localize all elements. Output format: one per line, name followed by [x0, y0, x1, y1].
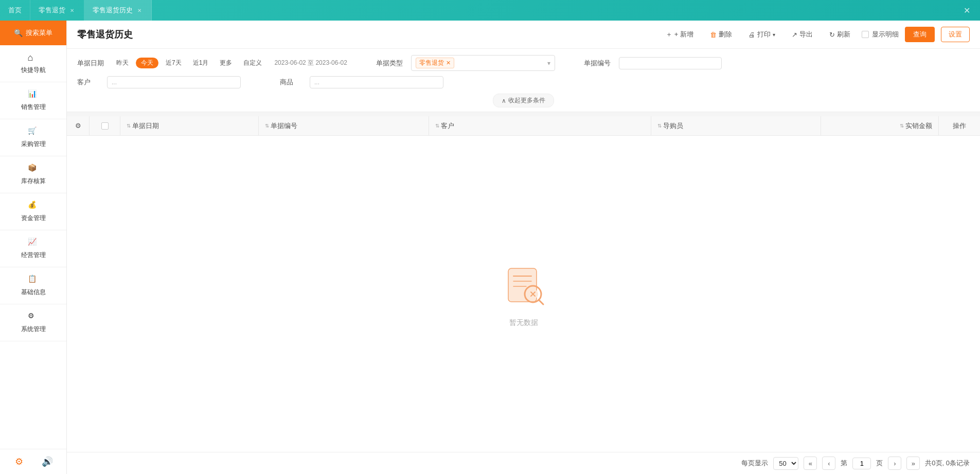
search-icon: 🔍	[14, 29, 23, 37]
sidebar-item-inventory-label: 库存核算	[21, 177, 46, 186]
empty-icon	[498, 261, 549, 312]
th-date[interactable]: ⇅ 单据日期	[120, 116, 259, 135]
volume-bottom-icon[interactable]: 🔊	[40, 454, 55, 469]
filter-settings-button[interactable]: 设置	[941, 27, 970, 42]
sidebar-item-finance-label: 资金管理	[21, 214, 46, 223]
sidebar-item-purchase-mgmt-label: 采购管理	[21, 140, 46, 149]
sidebar-item-inventory[interactable]: 📦 库存核算	[0, 156, 66, 193]
filter-area: 单据日期 昨天 今天 近7天 近1月 更多 自定义 2023-06-02 至 2…	[67, 49, 980, 112]
bill-type-dropdown[interactable]: 零售退货 ✕ ▾	[411, 55, 555, 71]
sidebar-item-sales-mgmt-label: 销售管理	[21, 103, 46, 112]
sidebar-search-label: 搜索菜单	[26, 28, 52, 38]
th-settings[interactable]: ⚙	[67, 116, 90, 135]
table-settings-icon: ⚙	[75, 122, 81, 130]
sidebar-item-purchase-mgmt[interactable]: 🛒 采购管理	[0, 119, 66, 156]
sort-icon-customer: ⇅	[435, 123, 439, 129]
header-checkbox[interactable]	[101, 122, 109, 130]
date-range-text: 2023-06-02 至 2023-06-02	[274, 59, 347, 67]
print-dropdown-icon: ▾	[773, 32, 775, 38]
goods-input[interactable]: ...	[310, 76, 443, 88]
display-toggle[interactable]: 显示明细	[862, 30, 899, 39]
th-guide[interactable]: ⇅ 导购员	[651, 116, 821, 135]
collapse-icon: ∧	[502, 97, 506, 104]
filter-row-1: 单据日期 昨天 今天 近7天 近1月 更多 自定义 2023-06-02 至 2…	[77, 55, 970, 71]
page-unit: 页	[876, 459, 883, 468]
date-btn-last1m[interactable]: 近1月	[189, 58, 213, 68]
sort-icon-billno: ⇅	[265, 123, 269, 129]
date-btn-today[interactable]: 今天	[136, 58, 158, 68]
date-btn-yesterday[interactable]: 昨天	[112, 58, 133, 68]
bill-type-label: 单据类型	[376, 59, 403, 68]
per-page-select[interactable]: 50	[773, 457, 798, 470]
purchase-mgmt-icon: 🛒	[28, 126, 39, 138]
add-icon: ＋	[666, 30, 672, 39]
tab-home[interactable]: 首页	[0, 0, 30, 21]
sidebar-item-sales-mgmt[interactable]: 📊 销售管理	[0, 82, 66, 119]
customer-input[interactable]: ...	[107, 76, 241, 88]
bill-type-tag: 零售退货 ✕	[416, 58, 454, 68]
date-btn-custom[interactable]: 自定义	[239, 58, 266, 68]
delete-button[interactable]: 🗑 删除	[705, 27, 737, 42]
sidebar-item-quick-nav[interactable]: ⌂ 快捷导航	[0, 45, 66, 82]
tab-home-label: 首页	[8, 6, 22, 15]
tab-retail-return-history-close[interactable]: ✕	[136, 7, 143, 14]
goods-label: 商品	[280, 78, 293, 87]
quick-nav-icon: ⌂	[28, 52, 39, 64]
date-label: 单据日期	[77, 59, 104, 68]
collapse-button[interactable]: ∧ 收起更多条件	[493, 94, 554, 107]
sidebar-item-quick-nav-label: 快捷导航	[21, 66, 46, 75]
sidebar-item-system-mgmt[interactable]: ⚙ 系统管理	[0, 304, 66, 341]
customer-label: 客户	[77, 78, 91, 87]
bill-no-input[interactable]	[619, 57, 722, 69]
page-label: 第	[841, 459, 847, 468]
tab-retail-return-history-label: 零售退货历史	[93, 6, 133, 15]
prev-page-btn[interactable]: ‹	[822, 457, 835, 470]
delete-icon: 🗑	[710, 31, 717, 39]
display-toggle-checkbox[interactable]	[862, 31, 869, 38]
tab-retail-return-history[interactable]: 零售退货历史 ✕	[84, 0, 152, 21]
sidebar-search[interactable]: 🔍 搜索菜单	[0, 21, 66, 45]
tab-retail-return-close[interactable]: ✕	[68, 7, 76, 14]
sidebar-item-operations-label: 经营管理	[21, 251, 46, 260]
settings-bottom-icon[interactable]: ⚙	[12, 454, 26, 469]
sort-icon-amount: ⇅	[900, 123, 904, 129]
th-amount: ⇅ 实销金额	[821, 116, 939, 135]
date-btn-last7[interactable]: 近7天	[162, 58, 186, 68]
sidebar: 🔍 搜索菜单 ⌂ 快捷导航 📊 销售管理 🛒 采购管理 📦 库存核算 💰 资金管…	[0, 21, 67, 474]
pagination-bar: 每页显示 50 « ‹ 第 页 › » 共0页, 0条记录	[67, 452, 980, 474]
next-page-btn[interactable]: ›	[888, 457, 901, 470]
empty-text: 暂无数据	[509, 318, 538, 327]
print-button[interactable]: 🖨 打印 ▾	[743, 27, 780, 42]
sidebar-item-finance[interactable]: 💰 资金管理	[0, 193, 66, 230]
sidebar-item-basic-info[interactable]: 📋 基础信息	[0, 267, 66, 304]
system-mgmt-icon: ⚙	[28, 312, 39, 323]
first-page-btn[interactable]: «	[804, 457, 817, 470]
date-btn-more[interactable]: 更多	[216, 58, 236, 68]
add-button[interactable]: ＋ + 新增	[661, 27, 699, 42]
bill-type-tag-close[interactable]: ✕	[446, 60, 451, 66]
total-label: 共0页, 0条记录	[925, 459, 970, 468]
page-title: 零售退货历史	[77, 28, 133, 41]
export-button[interactable]: ↗ 导出	[787, 27, 818, 42]
th-billno[interactable]: ⇅ 单据编号	[259, 116, 429, 135]
page-number-input[interactable]	[852, 458, 871, 469]
operations-icon: 📈	[28, 238, 39, 249]
th-check[interactable]	[90, 116, 120, 135]
sidebar-bottom: ⚙ 🔊	[0, 449, 66, 474]
tab-retail-return-label: 零售退货	[39, 6, 65, 15]
main-layout: 🔍 搜索菜单 ⌂ 快捷导航 📊 销售管理 🛒 采购管理 📦 库存核算 💰 资金管…	[0, 21, 980, 474]
content-area: 零售退货历史 ＋ + 新增 🗑 删除 🖨 打印 ▾ ↗ 导出	[67, 21, 980, 474]
tab-retail-return[interactable]: 零售退货 ✕	[30, 0, 84, 21]
query-button[interactable]: 查询	[905, 27, 935, 42]
header-actions: ＋ + 新增 🗑 删除 🖨 打印 ▾ ↗ 导出 ↻	[661, 27, 970, 42]
print-icon: 🖨	[749, 31, 755, 39]
last-page-btn[interactable]: »	[906, 457, 920, 470]
sidebar-item-system-mgmt-label: 系统管理	[21, 325, 46, 334]
table-header: ⚙ ⇅ 单据日期 ⇅ 单据编号 ⇅ 客户 ⇅	[67, 116, 980, 136]
refresh-button[interactable]: ↻ 刷新	[824, 27, 856, 42]
sidebar-item-basic-info-label: 基础信息	[21, 288, 46, 297]
th-customer[interactable]: ⇅ 客户	[429, 116, 651, 135]
per-page-label: 每页显示	[741, 459, 768, 468]
window-close-btn[interactable]: ✕	[959, 3, 974, 17]
sidebar-item-operations[interactable]: 📈 经营管理	[0, 230, 66, 267]
